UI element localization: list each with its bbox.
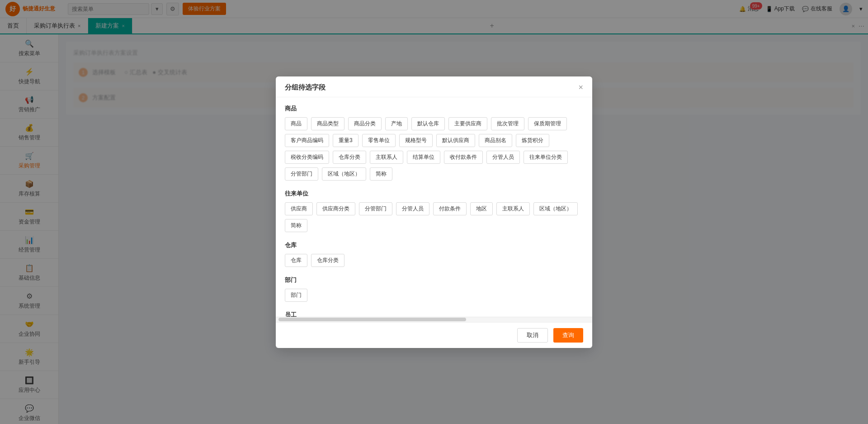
field-tag[interactable]: 付款条件 (433, 202, 467, 215)
field-tag[interactable]: 商品类型 (311, 117, 344, 130)
section-employee-title: 员工 (285, 311, 583, 317)
cancel-button[interactable]: 取消 (517, 328, 548, 343)
field-tag[interactable]: 主联系人 (370, 151, 403, 164)
field-tag[interactable]: 收付款条件 (444, 151, 483, 164)
section-warehouse-tags: 仓库 仓库分类 (285, 254, 583, 267)
field-tag[interactable]: 商品 (285, 117, 307, 130)
section-goods: 商品 商品 商品类型 商品分类 产地 默认仓库 主要供应商 批次管理 保质期管理… (285, 105, 583, 181)
field-tag[interactable]: 零售单位 (362, 134, 396, 147)
section-department: 部门 部门 (285, 276, 583, 302)
field-tag[interactable]: 重量3 (333, 134, 359, 147)
field-tag[interactable]: 分管部门 (285, 167, 318, 181)
field-tag[interactable]: 分管部门 (359, 202, 392, 215)
modal-header: 分组待选字段 × (276, 76, 592, 97)
field-tag[interactable]: 客户商品编码 (285, 134, 329, 147)
modal-horizontal-scrollbar[interactable] (276, 317, 592, 322)
field-tag[interactable]: 炼货积分 (516, 134, 549, 147)
hscroll-thumb (278, 318, 466, 321)
field-tag[interactable]: 分管人员 (486, 151, 520, 164)
field-tag[interactable]: 结算单位 (407, 151, 440, 164)
field-tag[interactable]: 区域（地区） (533, 202, 578, 215)
field-tag[interactable]: 分管人员 (396, 202, 429, 215)
confirm-button[interactable]: 查询 (553, 328, 583, 343)
field-tag[interactable]: 仓库分类 (333, 151, 366, 164)
field-tag[interactable]: 仓库分类 (311, 254, 344, 267)
field-tag[interactable]: 商品分类 (348, 117, 382, 130)
field-tag[interactable]: 税收分类编码 (285, 151, 329, 164)
field-tag[interactable]: 仓库 (285, 254, 307, 267)
field-tag[interactable]: 主联系人 (496, 202, 530, 215)
field-tag[interactable]: 保质期管理 (528, 117, 567, 130)
field-tag[interactable]: 规格型号 (399, 134, 433, 147)
field-tag[interactable]: 默认仓库 (411, 117, 445, 130)
section-employee: 员工 业务员 (285, 311, 583, 317)
field-tag[interactable]: 部门 (285, 289, 307, 302)
field-tag[interactable]: 区域（地区） (322, 167, 366, 181)
modal-footer: 取消 查询 (276, 322, 592, 348)
field-select-modal: 分组待选字段 × 商品 商品 商品类型 商品分类 产地 默认仓库 主要供应商 批… (276, 76, 592, 348)
field-tag[interactable]: 往来单位分类 (524, 151, 568, 164)
section-counterpart-tags: 供应商 供应商分类 分管部门 分管人员 付款条件 地区 主联系人 区域（地区） … (285, 202, 583, 232)
section-department-tags: 部门 (285, 289, 583, 302)
modal-close-btn[interactable]: × (578, 83, 583, 92)
field-tag[interactable]: 供应商 (285, 202, 313, 215)
field-tag[interactable]: 简称 (370, 167, 392, 181)
section-warehouse: 仓库 仓库 仓库分类 (285, 241, 583, 267)
modal-title: 分组待选字段 (285, 83, 326, 92)
modal-overlay: 分组待选字段 × 商品 商品 商品类型 商品分类 产地 默认仓库 主要供应商 批… (0, 0, 868, 424)
field-tag[interactable]: 产地 (385, 117, 408, 130)
section-department-title: 部门 (285, 276, 583, 284)
field-tag[interactable]: 主要供应商 (448, 117, 487, 130)
field-tag[interactable]: 供应商分类 (316, 202, 355, 215)
section-counterpart: 往来单位 供应商 供应商分类 分管部门 分管人员 付款条件 地区 主联系人 区域… (285, 190, 583, 232)
section-counterpart-title: 往来单位 (285, 190, 583, 198)
section-warehouse-title: 仓库 (285, 241, 583, 249)
field-tag[interactable]: 简称 (285, 219, 307, 232)
modal-body[interactable]: 商品 商品 商品类型 商品分类 产地 默认仓库 主要供应商 批次管理 保质期管理… (276, 97, 592, 317)
field-tag[interactable]: 批次管理 (491, 117, 524, 130)
field-tag[interactable]: 地区 (470, 202, 493, 215)
field-tag[interactable]: 商品别名 (479, 134, 512, 147)
section-goods-tags: 商品 商品类型 商品分类 产地 默认仓库 主要供应商 批次管理 保质期管理 客户… (285, 117, 583, 181)
field-tag[interactable]: 默认供应商 (436, 134, 475, 147)
section-goods-title: 商品 (285, 105, 583, 113)
